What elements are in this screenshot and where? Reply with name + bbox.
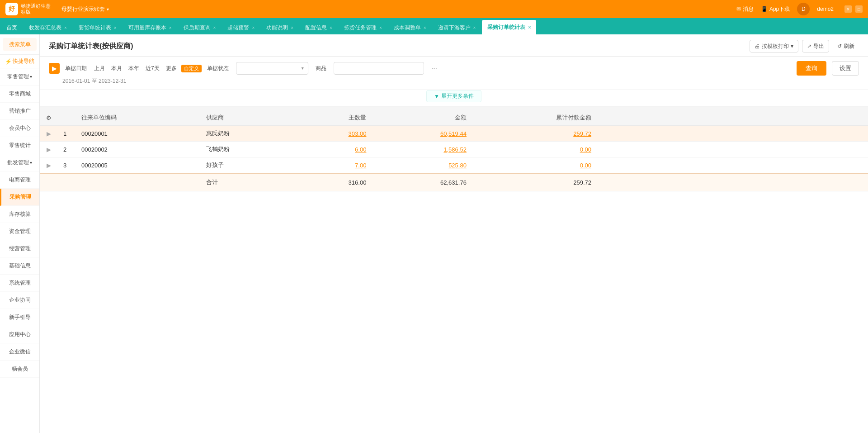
date-7days[interactable]: 近7天 <box>144 64 161 73</box>
row-paid[interactable]: 259.72 <box>472 126 597 142</box>
expand-more-button[interactable]: ▼ 展开更多条件 <box>426 90 481 102</box>
row-amount[interactable]: 1,586.52 <box>372 142 472 157</box>
tab-close-icon[interactable]: × <box>379 25 382 30</box>
sidebar-item-系统管理[interactable]: 系统管理 <box>0 275 39 292</box>
tab-功能说明[interactable]: 功能说明× <box>261 21 299 34</box>
data-table: ⚙ 往来单位编码 供应商 主数量 金额 累计付款金额 ▶100020001惠氏奶… <box>40 110 868 191</box>
row-index: 3 <box>58 157 76 174</box>
row-quantity[interactable]: 7.00 <box>294 157 372 174</box>
sidebar-item-采购管理[interactable]: 采购管理 <box>0 189 39 206</box>
sidebar-item-库存核算[interactable]: 库存核算 <box>0 206 39 223</box>
tab-超储预警[interactable]: 超储预警× <box>222 21 260 34</box>
tab-close-icon[interactable]: × <box>252 25 255 30</box>
footer-amount: 62,631.76 <box>372 173 472 191</box>
sidebar-item-应用中心[interactable]: 应用中心 <box>0 326 39 343</box>
tab-配置信息[interactable]: 配置信息× <box>300 21 338 34</box>
logo-icon: 好 <box>5 3 18 15</box>
tab-close-icon[interactable]: × <box>114 25 117 30</box>
window-close-button[interactable]: × <box>844 5 852 13</box>
quick-nav-button[interactable]: ⚡ 快捷导航 <box>0 57 39 65</box>
sidebar-item-零售统计[interactable]: 零售统计 <box>0 137 39 154</box>
tab-拣货任务管理[interactable]: 拣货任务管理× <box>339 21 387 34</box>
tab-close-icon[interactable]: × <box>64 25 67 30</box>
col-amount: 金额 <box>372 110 472 126</box>
row-paid[interactable]: 0.00 <box>472 157 597 174</box>
template-print-button[interactable]: 🖨 按模板打印 ▾ <box>750 40 798 52</box>
col-supplier: 供应商 <box>201 110 294 126</box>
search-menu-button[interactable]: 搜索菜单 <box>3 38 37 51</box>
tab-收发存汇总表[interactable]: 收发存汇总表× <box>24 21 72 34</box>
goods-filter-label: 商品 <box>316 65 326 72</box>
row-quantity[interactable]: 303.00 <box>294 126 372 142</box>
date-shortcuts: 上月 本月 本年 近7天 更多 自定义 <box>92 64 202 73</box>
date-custom-badge[interactable]: 自定义 <box>181 65 202 72</box>
sidebar-item-会员中心[interactable]: 会员中心 <box>0 120 39 137</box>
sidebar-item-label: 批发管理 <box>7 159 29 167</box>
window-max-button[interactable]: □ <box>855 5 863 13</box>
tab-邀请下游客户[interactable]: 邀请下游客户× <box>433 21 481 34</box>
sidebar-item-label: 新手引导 <box>9 314 31 320</box>
sidebar-item-零售商城[interactable]: 零售商城 <box>0 86 39 103</box>
workspace-selector[interactable]: 母婴行业演示账套 ▾ <box>61 5 109 13</box>
row-quantity[interactable]: 6.00 <box>294 142 372 157</box>
goods-input[interactable] <box>334 62 424 75</box>
table-body: ▶100020001惠氏奶粉303.0060,519.44259.72▶2000… <box>40 126 868 174</box>
row-amount[interactable]: 60,519.44 <box>372 126 472 142</box>
message-button[interactable]: ✉ 消息 <box>736 5 754 13</box>
export-button[interactable]: ↗ 导出 <box>802 40 829 52</box>
date-last-month[interactable]: 上月 <box>92 64 107 73</box>
nav-tabs: 首页收发存汇总表×要货单统计表×可用量库存账本×保质期查询×超储预警×功能说明×… <box>0 18 868 34</box>
tab-close-icon[interactable]: × <box>424 25 426 30</box>
tab-保质期查询[interactable]: 保质期查询× <box>178 21 222 34</box>
row-amount[interactable]: 525.80 <box>372 157 472 174</box>
tab-close-icon[interactable]: × <box>169 25 172 30</box>
page-title: 采购订单统计表(按供应商) <box>49 42 133 51</box>
filter-expand-button[interactable]: ▶ <box>49 63 60 74</box>
sidebar-item-label: 应用中心 <box>9 331 31 338</box>
more-options-icon[interactable]: ··· <box>431 64 437 72</box>
sidebar-item-label: 基础信息 <box>9 262 31 269</box>
refresh-button[interactable]: ↺ 刷新 <box>833 40 859 52</box>
sidebar-item-资金管理[interactable]: 资金管理 <box>0 223 39 240</box>
sidebar: 搜索菜单 ⚡ 快捷导航 零售管理▾零售商城营销推广会员中心零售统计批发管理▾电商… <box>0 34 40 433</box>
status-select[interactable] <box>236 62 308 75</box>
sidebar-item-企业微信[interactable]: 企业微信 <box>0 343 39 361</box>
tab-可用量库存账本[interactable]: 可用量库存账本× <box>123 21 177 34</box>
date-this-month[interactable]: 本月 <box>109 64 124 73</box>
row-expand[interactable]: ▶ <box>40 157 58 174</box>
sidebar-item-营销推广[interactable]: 营销推广 <box>0 103 39 120</box>
sidebar-item-批发管理[interactable]: 批发管理▾ <box>0 154 39 171</box>
tab-成本调整单[interactable]: 成本调整单× <box>388 21 432 34</box>
tab-close-icon[interactable]: × <box>330 25 332 30</box>
row-expand[interactable]: ▶ <box>40 142 58 157</box>
row-expand[interactable]: ▶ <box>40 126 58 142</box>
col-quantity: 主数量 <box>294 110 372 126</box>
sidebar-item-经营管理[interactable]: 经营管理 <box>0 240 39 257</box>
row-index: 1 <box>58 126 76 142</box>
sidebar-item-新手引导[interactable]: 新手引导 <box>0 309 39 326</box>
tab-close-icon[interactable]: × <box>291 25 293 30</box>
tab-采购订单统计表[interactable]: 采购订单统计表× <box>482 20 536 34</box>
date-more[interactable]: 更多 <box>164 64 179 73</box>
sidebar-item-label: 企业协同 <box>9 297 31 303</box>
sidebar-item-畅会员[interactable]: 畅会员 <box>0 361 39 378</box>
tab-要货单统计表[interactable]: 要货单统计表× <box>73 21 122 34</box>
tab-首页[interactable]: 首页 <box>1 21 23 34</box>
settings-button[interactable]: 设置 <box>832 61 859 76</box>
date-this-year[interactable]: 本年 <box>127 64 141 73</box>
tab-close-icon[interactable]: × <box>213 25 216 30</box>
app-download-button[interactable]: 📱 App下载 <box>761 5 790 13</box>
sidebar-item-label: 零售管理 <box>7 73 29 81</box>
query-button[interactable]: 查询 <box>797 61 826 76</box>
tab-close-icon[interactable]: × <box>473 25 476 30</box>
sidebar-item-label: 系统管理 <box>9 280 31 286</box>
sidebar-item-企业协同[interactable]: 企业协同 <box>0 292 39 309</box>
sidebar-item-零售管理[interactable]: 零售管理▾ <box>0 68 39 86</box>
nav-icon: ⚡ <box>5 58 12 65</box>
tab-close-icon[interactable]: × <box>528 25 531 30</box>
row-paid[interactable]: 0.00 <box>472 142 597 157</box>
filter-bar: ▶ 单据日期 上月 本月 本年 近7天 更多 自定义 单据状态 <box>40 57 868 90</box>
sidebar-item-基础信息[interactable]: 基础信息 <box>0 257 39 275</box>
sidebar-item-电商管理[interactable]: 电商管理 <box>0 171 39 189</box>
expand-icon: ▼ <box>434 93 439 100</box>
